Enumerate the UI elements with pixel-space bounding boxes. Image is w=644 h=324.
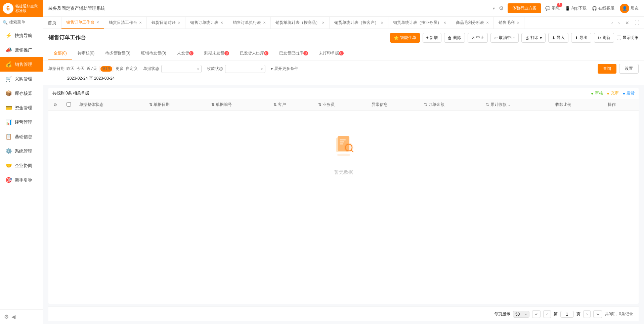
sidebar-item-sales[interactable]: 💰销售管理 [0, 57, 43, 72]
online-service-item[interactable]: 🎧 在线客服 [592, 5, 614, 11]
message-icon-item[interactable]: 💬 消息 6 [545, 5, 560, 11]
tab-sales-order-workbench[interactable]: 销售订单工作台✕ [61, 17, 104, 29]
tab-maximize[interactable]: ⛶ [633, 19, 641, 26]
tab-sales-gross[interactable]: 销售毛利✕ [494, 17, 524, 29]
date-shortcut-近1月[interactable]: 近1月 [99, 66, 114, 72]
date-shortcut-自定义[interactable]: 自定义 [126, 66, 138, 72]
show-detail-checkbox[interactable] [617, 36, 621, 40]
prev-page-button[interactable]: ‹ [543, 310, 551, 318]
page-number-input[interactable] [560, 311, 574, 318]
collapse-icon[interactable]: ◀ [11, 314, 15, 320]
subtab-delivered-not-out[interactable]: 已发货未出库0 [234, 47, 274, 60]
status-column-header[interactable]: 单据整体状态 [75, 99, 145, 111]
refresh-button[interactable]: ↻ 刷新 [594, 33, 614, 43]
tab-sales-stat-staff[interactable]: 销货单统计表（按业务员）✕ [388, 17, 451, 29]
tab-close-all[interactable]: ✕ [623, 19, 631, 26]
sidebar-item-basic[interactable]: 📋基础信息 [0, 129, 43, 144]
tab-cash-reconcile[interactable]: 钱货日清对账✕ [147, 17, 185, 29]
checkbox-column-header[interactable] [62, 99, 75, 111]
settings-icon[interactable]: ⚙ [4, 314, 9, 320]
setting-button[interactable]: 设置 [619, 64, 639, 74]
tab-sales-stat-customer[interactable]: 销货单统计表（按客户）✕ [330, 17, 388, 29]
next-page-button[interactable]: › [583, 310, 591, 318]
subtab-not-printed[interactable]: 未打印单据0 [313, 47, 349, 60]
date-shortcut-昨天[interactable]: 昨天 [67, 66, 75, 72]
date-column-header[interactable]: ⇅ 单据日期 [145, 99, 207, 111]
tab-cash-daily[interactable]: 钱货日清工作台✕ [104, 17, 147, 29]
export-button[interactable]: ⬆ 导出 [571, 33, 591, 43]
date-shortcut-今天[interactable]: 今天 [77, 66, 85, 72]
subtab-wangpu-pending[interactable]: 旺铺待发货(0) [136, 47, 172, 60]
tab-close-cash-reconcile[interactable]: ✕ [178, 21, 180, 25]
app-download-item[interactable]: 📱 App下载 [565, 5, 587, 11]
date-shortcut-更多[interactable]: 更多 [116, 66, 124, 72]
payment-select[interactable] [225, 65, 265, 73]
delete-button[interactable]: 🗑 删除 [444, 33, 465, 43]
tab-product-margin[interactable]: 商品毛利分析表✕ [451, 17, 494, 29]
gear-column-header[interactable]: ⚙ [48, 99, 62, 111]
subtab-delivered-out[interactable]: 已发货已出库0 [274, 47, 313, 60]
customer-column-header[interactable]: ⇅ 客户 [269, 99, 314, 111]
tab-close-sales-stat-product[interactable]: ✕ [322, 21, 325, 25]
tab-sales-stat[interactable]: 销售订单统计表✕ [185, 17, 228, 29]
tab-close-sales-order-workbench[interactable]: ✕ [96, 21, 99, 24]
number-column-header[interactable]: ⇅ 单据编号 [207, 99, 269, 111]
tab-sales-exec[interactable]: 销售订单执行表✕ [228, 17, 271, 29]
subtab-expired-not-delivered[interactable]: 到期未发货0 [199, 47, 234, 60]
collected-column-header[interactable]: ⇅ 累计收款... [482, 99, 551, 111]
staff-column-header[interactable]: ⇅ 业务员 [314, 99, 368, 111]
first-page-button[interactable]: « [532, 310, 541, 318]
sidebar-item-corp[interactable]: 🤝企业协同 [0, 158, 43, 173]
subtab-pending-check[interactable]: 待拣货验货(0) [100, 47, 136, 60]
add-button[interactable]: + 新增 [423, 33, 441, 43]
subtab-all[interactable]: 全部(0) [48, 47, 72, 60]
tab-home[interactable]: 首页 [43, 17, 61, 29]
tab-close-sales-exec[interactable]: ✕ [263, 21, 266, 25]
import-button[interactable]: ⬇ 导入 [548, 33, 568, 43]
dropdown-icon[interactable]: ▾ [493, 6, 495, 11]
sidebar-item-system[interactable]: ⚙️系统管理 [0, 144, 43, 158]
last-page-button[interactable]: » [593, 310, 602, 318]
cancel-stop-button[interactable]: ↩ 取消中止 [490, 33, 519, 43]
print-dropdown-icon[interactable]: ▾ [540, 36, 542, 40]
tab-sales-stat-product[interactable]: 销货单统计表（按商品）✕ [271, 17, 330, 29]
subtab-pending-review[interactable]: 待审核(0) [72, 47, 100, 60]
select-all-checkbox[interactable] [67, 102, 71, 107]
tab-close-sales-stat-customer[interactable]: ✕ [381, 21, 383, 25]
page-size-select[interactable]: 50 10 20 100 [513, 311, 529, 318]
sidebar-item-operations[interactable]: 📊经营管理 [0, 115, 43, 129]
amount-column-header[interactable]: ⇅ 订单金额 [420, 99, 482, 111]
tab-close-sales-stat[interactable]: ✕ [220, 21, 223, 25]
unaudit-quick-btn[interactable]: ● 充审 [607, 90, 619, 96]
print-button[interactable]: 🖨 打印 ▾ [521, 33, 546, 43]
tab-close-cash-daily[interactable]: ✕ [139, 21, 142, 25]
industry-solution-button[interactable]: 体验行业方案 [508, 3, 541, 13]
tab-close-sales-gross[interactable]: ✕ [517, 21, 519, 25]
stop-button[interactable]: ⊘ 中止 [468, 33, 488, 43]
expand-filter-btn[interactable]: ▾ 展开更多条件 [271, 66, 298, 72]
status-select[interactable] [161, 65, 202, 73]
subtab-not-delivered[interactable]: 未发货0 [172, 47, 199, 60]
user-item[interactable]: 👤 用友 [620, 4, 639, 13]
tab-close-sales-stat-staff[interactable]: ✕ [443, 21, 446, 25]
sidebar-search[interactable]: 🔍 搜索菜单 [0, 17, 43, 28]
sidebar-item-marketing[interactable]: 📣营销推广 [0, 43, 43, 57]
tab-nav-left[interactable]: ‹ [609, 19, 615, 26]
tab-close-product-margin[interactable]: ✕ [486, 21, 489, 25]
sidebar-item-inventory[interactable]: 📦库存核算 [0, 86, 43, 100]
sidebar-item-guide[interactable]: 🎯新手引导 [0, 173, 43, 187]
audit-quick-btn[interactable]: ● 审核 [591, 90, 603, 96]
date-shortcut-近7天[interactable]: 近7天 [87, 66, 97, 72]
sidebar-item-finance[interactable]: 💳资金管理 [0, 100, 43, 115]
sidebar-item-purchase[interactable]: 🛒采购管理 [0, 72, 43, 86]
deliver-quick-btn[interactable]: ● 发货 [623, 90, 635, 96]
active-shortcut-tag[interactable]: 近1月 [100, 66, 113, 72]
topbar-settings-icon[interactable]: ⚙ [499, 5, 504, 11]
query-button[interactable]: 查询 [598, 64, 616, 74]
sidebar-item-quick-nav[interactable]: ⚡快捷导航 [0, 28, 43, 43]
tab-nav-right[interactable]: › [616, 19, 622, 26]
ratio-column-header[interactable]: 收款比例 [551, 99, 604, 111]
show-detail-label[interactable]: 显示明细 [617, 35, 639, 41]
exception-column-header[interactable]: 异常信息 [368, 99, 420, 111]
smart-create-button[interactable]: ⭐ 智能生单 [390, 33, 420, 43]
